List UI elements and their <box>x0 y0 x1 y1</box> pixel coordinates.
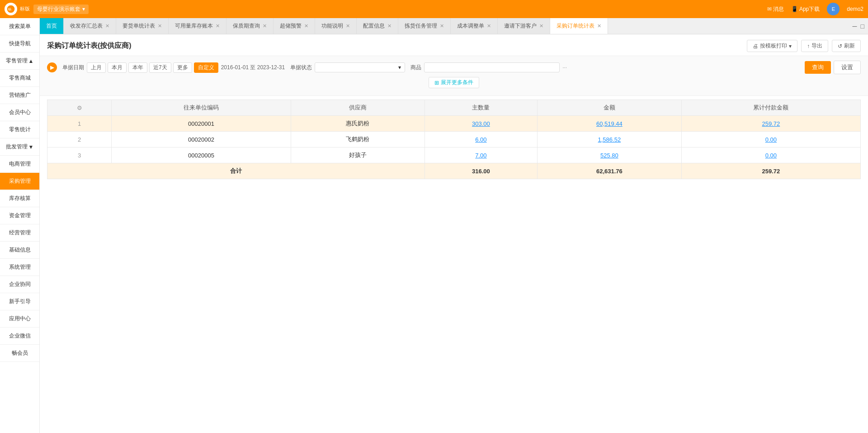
shortcut-this-month[interactable]: 本月 <box>108 62 127 73</box>
tab-expiry[interactable]: 保质期查询 ✕ <box>226 18 274 34</box>
tab-inventory-book-close[interactable]: ✕ <box>216 23 220 29</box>
col-unit-code: 往来单位编码 <box>112 100 291 116</box>
row-supplier: 飞鹤奶粉 <box>291 132 425 148</box>
refresh-icon: ↺ <box>838 43 842 49</box>
tab-purchase-order-stats[interactable]: 采购订单统计表 ✕ <box>550 18 608 34</box>
tab-pick-task[interactable]: 拣货任务管理 ✕ <box>398 18 451 34</box>
col-qty: 主数量 <box>425 100 537 116</box>
row-amount[interactable]: 60,519.44 <box>537 116 681 132</box>
export-button[interactable]: ↑ 导出 <box>801 40 828 52</box>
header-actions: 🖨 按模板打印 ▾ ↑ 导出 ↺ 刷新 <box>747 40 861 52</box>
sidebar-item-inventory[interactable]: 库存核算 <box>0 190 39 207</box>
row-paid[interactable]: 0.00 <box>681 148 860 163</box>
sidebar-item-operations[interactable]: 经营管理 <box>0 224 39 242</box>
sidebar-item-quicknav[interactable]: 快捷导航 <box>0 35 39 52</box>
page-title: 采购订单统计表(按供应商) <box>47 41 132 51</box>
sidebar-item-appcenter[interactable]: 应用中心 <box>0 310 39 328</box>
weixin-label: 企业微信 <box>9 332 31 340</box>
retail-stats-label: 零售统计 <box>9 126 31 133</box>
tab-overstock[interactable]: 超储预警 ✕ <box>274 18 315 34</box>
shortcut-this-year[interactable]: 本年 <box>128 62 147 73</box>
settings-button[interactable]: 设置 <box>834 61 861 74</box>
goods-input[interactable] <box>424 62 560 72</box>
finance-label: 资金管理 <box>9 212 31 219</box>
wholesale-arrow: ▼ <box>28 144 34 150</box>
row-qty[interactable]: 7.00 <box>425 148 537 163</box>
goods-more-icon[interactable]: ··· <box>562 64 567 71</box>
workspace-selector[interactable]: 母婴行业演示账套 ▾ <box>33 5 89 14</box>
print-icon: 🖨 <box>753 43 758 49</box>
tab-order-stats[interactable]: 要货单统计表 ✕ <box>116 18 169 34</box>
tab-invite-downstream[interactable]: 邀请下游客户 ✕ <box>498 18 550 34</box>
row-qty[interactable]: 303.00 <box>425 116 537 132</box>
top-bar: 畅 标版 母婴行业演示账套 ▾ ✉ 消息 📱 App下载 E demo2 <box>0 0 868 18</box>
system-label: 系统管理 <box>9 263 31 271</box>
tab-home[interactable]: 首页 <box>40 18 64 34</box>
tab-expiry-close[interactable]: ✕ <box>263 23 267 29</box>
app-download-button[interactable]: 📱 App下载 <box>791 5 820 13</box>
page-header: 采购订单统计表(按供应商) 🖨 按模板打印 ▾ ↑ 导出 ↺ 刷新 <box>40 34 868 56</box>
sidebar-item-marketing[interactable]: 营销推广 <box>0 87 39 104</box>
sidebar-item-ecommerce[interactable]: 电商管理 <box>0 156 39 173</box>
message-button[interactable]: ✉ 消息 <box>767 5 784 13</box>
tab-cost-adjust[interactable]: 成本调整单 ✕ <box>451 18 498 34</box>
sidebar-item-search[interactable]: 搜索菜单 <box>0 18 39 35</box>
shortcut-prev-month[interactable]: 上月 <box>87 62 106 73</box>
query-button[interactable]: 查询 <box>805 61 831 74</box>
expand-more-button[interactable]: ⊞ 展开更多条件 <box>429 77 479 88</box>
sidebar-item-purchase[interactable]: 采购管理 <box>0 173 39 190</box>
refresh-label: 刷新 <box>844 42 855 50</box>
sidebar-item-enterprise[interactable]: 企业协同 <box>0 276 39 293</box>
refresh-button[interactable]: ↺ 刷新 <box>832 40 861 52</box>
sidebar-item-vip[interactable]: 畅会员 <box>0 345 39 362</box>
shortcut-7days[interactable]: 近7天 <box>149 62 171 73</box>
row-amount[interactable]: 525.80 <box>537 148 681 163</box>
col-settings-icon[interactable]: ⚙ <box>77 105 82 111</box>
print-button[interactable]: 🖨 按模板打印 ▾ <box>747 40 797 52</box>
row-amount[interactable]: 1,586.52 <box>537 132 681 148</box>
row-index: 3 <box>47 148 112 163</box>
tab-invite-downstream-close[interactable]: ✕ <box>539 23 543 29</box>
footer-amount: 62,631.76 <box>537 163 681 179</box>
sidebar-item-wholesale[interactable]: 批发管理 ▼ <box>0 138 39 156</box>
tab-config[interactable]: 配置信息 ✕ <box>357 18 398 34</box>
user-name[interactable]: demo2 <box>847 6 863 12</box>
avatar[interactable]: E <box>827 3 840 15</box>
tab-cost-adjust-close[interactable]: ✕ <box>487 23 491 29</box>
sidebar: 搜索菜单 快捷导航 零售管理 ▲ 零售商城 营销推广 会员中心 零售统计 批发管… <box>0 18 40 433</box>
tab-pick-task-close[interactable]: ✕ <box>440 23 444 29</box>
row-paid[interactable]: 0.00 <box>681 132 860 148</box>
sidebar-item-newguide[interactable]: 新手引导 <box>0 293 39 310</box>
shortcut-more[interactable]: 更多 <box>173 62 192 73</box>
filter-toggle-arrow[interactable]: ▶ <box>47 62 57 72</box>
sidebar-item-basic-info[interactable]: 基础信息 <box>0 242 39 259</box>
enterprise-label: 企业协同 <box>9 281 31 288</box>
tab-inventory-book[interactable]: 可用量库存账本 ✕ <box>169 18 226 34</box>
row-paid[interactable]: 259.72 <box>681 116 860 132</box>
sidebar-item-retail-mall[interactable]: 零售商城 <box>0 70 39 87</box>
tab-maximize-button[interactable]: □ <box>861 23 864 30</box>
tab-funchelp-close[interactable]: ✕ <box>346 23 350 29</box>
status-select[interactable]: ▾ <box>315 62 405 72</box>
tab-funchelp[interactable]: 功能说明 ✕ <box>315 18 357 34</box>
shortcut-custom[interactable]: 自定义 <box>194 62 218 73</box>
sidebar-item-weixin[interactable]: 企业微信 <box>0 328 39 345</box>
tab-receipt-summary-close[interactable]: ✕ <box>105 23 109 29</box>
tab-minimize-button[interactable]: ─ <box>853 23 857 30</box>
sidebar-item-member[interactable]: 会员中心 <box>0 104 39 121</box>
filter-expand-row: ⊞ 展开更多条件 <box>47 74 861 91</box>
sidebar-item-retail-mgmt[interactable]: 零售管理 ▲ <box>0 52 39 70</box>
tab-order-stats-close[interactable]: ✕ <box>158 23 162 29</box>
row-code: 00020005 <box>112 148 291 163</box>
tab-overstock-close[interactable]: ✕ <box>304 23 308 29</box>
sidebar-item-system[interactable]: 系统管理 <box>0 259 39 276</box>
logo-area[interactable]: 畅 标版 <box>5 3 30 15</box>
data-table: ⚙ 往来单位编码 供应商 主数量 <box>47 100 861 179</box>
sidebar-item-retail-stats[interactable]: 零售统计 <box>0 121 39 138</box>
tab-receipt-summary[interactable]: 收发存汇总表 ✕ <box>64 18 116 34</box>
tab-config-close[interactable]: ✕ <box>387 23 392 29</box>
row-qty[interactable]: 6.00 <box>425 132 537 148</box>
sidebar-item-finance[interactable]: 资金管理 <box>0 207 39 224</box>
inventory-label: 库存核算 <box>9 195 31 202</box>
tab-purchase-order-stats-close[interactable]: ✕ <box>597 23 601 29</box>
